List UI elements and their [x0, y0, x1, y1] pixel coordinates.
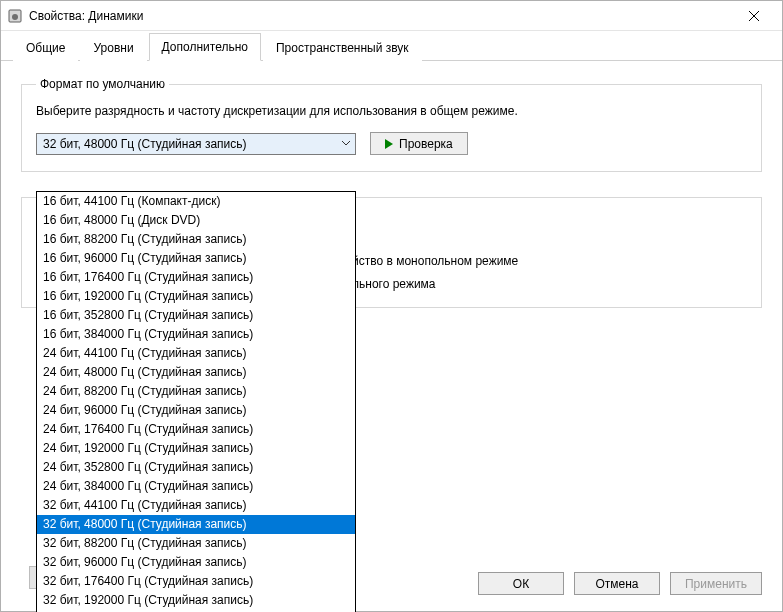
- format-option[interactable]: 24 бит, 352800 Гц (Студийная запись): [37, 458, 355, 477]
- format-option[interactable]: 16 бит, 96000 Гц (Студийная запись): [37, 249, 355, 268]
- format-option[interactable]: 32 бит, 176400 Гц (Студийная запись): [37, 572, 355, 591]
- format-option[interactable]: 24 бит, 44100 Гц (Студийная запись): [37, 344, 355, 363]
- exclusive-mode-options: йство в монопольном режиме льного режима: [352, 250, 518, 296]
- ok-button[interactable]: ОК: [478, 572, 564, 595]
- default-format-description: Выберите разрядность и частоту дискретиз…: [36, 103, 747, 120]
- default-format-legend: Формат по умолчанию: [36, 77, 169, 91]
- format-option[interactable]: 24 бит, 384000 Гц (Студийная запись): [37, 477, 355, 496]
- format-option[interactable]: 32 бит, 44100 Гц (Студийная запись): [37, 496, 355, 515]
- window-title: Свойства: Динамики: [29, 9, 731, 23]
- test-button-label: Проверка: [399, 137, 453, 151]
- tab-levels[interactable]: Уровни: [80, 34, 146, 61]
- svg-point-1: [12, 14, 18, 20]
- format-option[interactable]: 16 бит, 384000 Гц (Студийная запись): [37, 325, 355, 344]
- tabbar: Общие Уровни Дополнительно Пространствен…: [1, 31, 782, 61]
- format-option[interactable]: 32 бит, 48000 Гц (Студийная запись): [37, 515, 355, 534]
- tab-spatial-sound[interactable]: Пространственный звук: [263, 34, 422, 61]
- tab-general[interactable]: Общие: [13, 34, 78, 61]
- exclusive-priority-text: льного режима: [352, 273, 518, 296]
- chevron-down-icon: [337, 141, 355, 146]
- format-option[interactable]: 32 бит, 192000 Гц (Студийная запись): [37, 591, 355, 610]
- format-option[interactable]: 24 бит, 176400 Гц (Студийная запись): [37, 420, 355, 439]
- format-option[interactable]: 16 бит, 44100 Гц (Компакт-диск): [37, 192, 355, 211]
- format-selected-text: 32 бит, 48000 Гц (Студийная запись): [37, 137, 337, 151]
- format-combobox[interactable]: 32 бит, 48000 Гц (Студийная запись): [36, 133, 356, 155]
- play-icon: [385, 139, 393, 149]
- format-option[interactable]: 16 бит, 48000 Гц (Диск DVD): [37, 211, 355, 230]
- format-dropdown-list[interactable]: 16 бит, 44100 Гц (Компакт-диск)16 бит, 4…: [36, 191, 356, 612]
- speaker-icon: [7, 8, 23, 24]
- dialog-buttons: ОК Отмена Применить: [478, 572, 762, 595]
- close-icon: [749, 11, 759, 21]
- close-button[interactable]: [731, 1, 776, 31]
- format-option[interactable]: 24 бит, 192000 Гц (Студийная запись): [37, 439, 355, 458]
- format-option[interactable]: 16 бит, 192000 Гц (Студийная запись): [37, 287, 355, 306]
- format-option[interactable]: 24 бит, 48000 Гц (Студийная запись): [37, 363, 355, 382]
- cancel-button[interactable]: Отмена: [574, 572, 660, 595]
- default-format-group: Формат по умолчанию Выберите разрядность…: [21, 77, 762, 172]
- apply-button[interactable]: Применить: [670, 572, 762, 595]
- exclusive-allow-text: йство в монопольном режиме: [352, 250, 518, 273]
- format-option[interactable]: 16 бит, 176400 Гц (Студийная запись): [37, 268, 355, 287]
- format-option[interactable]: 24 бит, 88200 Гц (Студийная запись): [37, 382, 355, 401]
- test-button[interactable]: Проверка: [370, 132, 468, 155]
- format-option[interactable]: 24 бит, 96000 Гц (Студийная запись): [37, 401, 355, 420]
- format-option[interactable]: 32 бит, 88200 Гц (Студийная запись): [37, 534, 355, 553]
- tab-advanced[interactable]: Дополнительно: [149, 33, 261, 61]
- titlebar: Свойства: Динамики: [1, 1, 782, 31]
- properties-window: Свойства: Динамики Общие Уровни Дополнит…: [0, 0, 783, 612]
- format-row: 32 бит, 48000 Гц (Студийная запись) Пров…: [36, 132, 747, 155]
- format-option[interactable]: 16 бит, 88200 Гц (Студийная запись): [37, 230, 355, 249]
- format-option[interactable]: 16 бит, 352800 Гц (Студийная запись): [37, 306, 355, 325]
- format-option[interactable]: 32 бит, 96000 Гц (Студийная запись): [37, 553, 355, 572]
